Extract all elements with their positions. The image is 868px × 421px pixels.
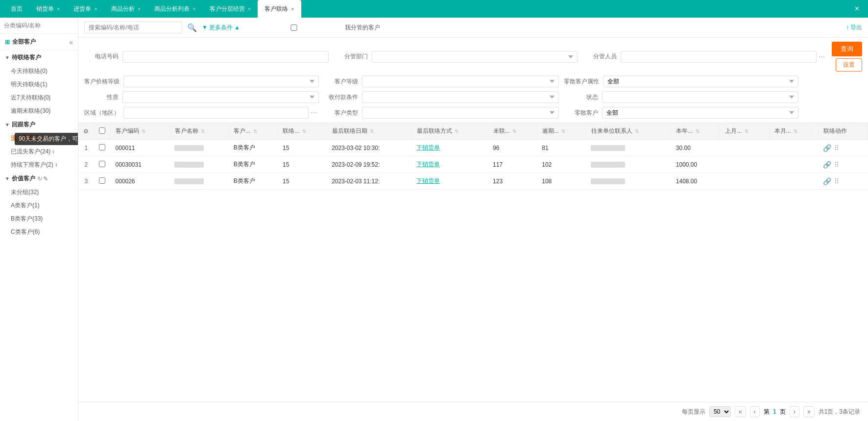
th-overdue[interactable]: 逾期... ⇅ bbox=[537, 123, 586, 140]
th-checkbox[interactable] bbox=[94, 123, 111, 140]
th-unit-contact[interactable]: 往来单位联系人 ⇅ bbox=[586, 123, 671, 140]
tab-customer-tier-close[interactable]: × bbox=[248, 6, 251, 12]
search-input[interactable] bbox=[84, 22, 182, 33]
row-this-month bbox=[769, 156, 818, 173]
th-settings[interactable]: ⚙ bbox=[78, 123, 94, 140]
tab-analysis-list-close[interactable]: × bbox=[193, 6, 195, 12]
phone-input[interactable] bbox=[122, 51, 329, 63]
th-last-month[interactable]: 上月... ⇅ bbox=[720, 123, 769, 140]
row-checkbox[interactable] bbox=[99, 161, 105, 167]
row-checkbox-cell[interactable] bbox=[94, 156, 111, 173]
tab-analysis[interactable]: 商品分析 × bbox=[104, 0, 147, 18]
next-page-btn[interactable]: › bbox=[790, 406, 799, 417]
settings-button[interactable]: 设置 bbox=[836, 58, 862, 72]
sidebar-item-class-a[interactable]: A类客户(1) bbox=[0, 199, 78, 212]
my-customers-checkbox[interactable] bbox=[245, 25, 343, 31]
th-not-contacted[interactable]: 未联... ⇅ bbox=[488, 123, 537, 140]
sidebar-item-today[interactable]: 今天待联络(0) bbox=[0, 65, 78, 78]
sidebar-group-followup[interactable]: ▼ 回跟客户 bbox=[0, 118, 78, 132]
query-button[interactable]: 查询 bbox=[832, 42, 862, 56]
row-action-more-icon[interactable]: ⠿ bbox=[834, 144, 839, 152]
row-action-contact-icon[interactable]: 🔗 bbox=[823, 177, 831, 185]
row-overdue: 102 bbox=[537, 156, 586, 173]
sidebar-item-ungrouped[interactable]: 未分组(32) bbox=[0, 186, 78, 199]
status-select[interactable] bbox=[602, 91, 798, 103]
th-type[interactable]: 客户... ⇅ bbox=[229, 123, 278, 140]
value-group-edit-icon[interactable]: ✎ bbox=[43, 175, 48, 182]
row-this-year: 30.00 bbox=[671, 140, 720, 156]
table-settings-icon[interactable]: ⚙ bbox=[83, 128, 89, 135]
tab-sales-close[interactable]: × bbox=[57, 6, 60, 12]
zero-customer-select[interactable]: 全部 bbox=[602, 107, 798, 119]
tab-analysis-close[interactable]: × bbox=[138, 6, 141, 12]
row-contact-method-link[interactable]: 下销货单 bbox=[416, 144, 440, 151]
sidebar-item-tomorrow[interactable]: 明天待联络(1) bbox=[0, 78, 78, 91]
payment-select[interactable] bbox=[362, 91, 558, 103]
tab-analysis-list[interactable]: 商品分析列表 × bbox=[147, 0, 202, 18]
sidebar-item-overdue[interactable]: 逾期未联络(30) bbox=[0, 104, 78, 118]
tab-purchase[interactable]: 进货单 × bbox=[67, 0, 104, 18]
region-more-btn[interactable]: ··· bbox=[309, 108, 319, 117]
export-btn[interactable]: ↑ 导出 bbox=[846, 24, 862, 32]
row-checkbox[interactable] bbox=[99, 177, 105, 184]
search-icon[interactable]: 🔍 bbox=[187, 23, 197, 32]
all-customers-label: 全部客户 bbox=[12, 38, 36, 46]
row-contact-method-link[interactable]: 下销货单 bbox=[416, 177, 440, 184]
th-this-year[interactable]: 本年... ⇅ bbox=[671, 123, 720, 140]
sidebar-item-class-c[interactable]: C类客户(6) bbox=[0, 225, 78, 239]
dept-select[interactable] bbox=[372, 51, 578, 63]
first-page-btn[interactable]: « bbox=[735, 406, 746, 417]
th-last-contact-method[interactable]: 最后联络方式 ⇅ bbox=[411, 123, 488, 140]
last-page-btn[interactable]: » bbox=[803, 406, 815, 417]
sidebar-group-value[interactable]: ▼ 价值客户 ↻ ✎ bbox=[0, 172, 78, 186]
row-checkbox-cell[interactable] bbox=[94, 173, 111, 190]
tab-purchase-close[interactable]: × bbox=[94, 6, 97, 12]
sidebar-item-7days[interactable]: 近7天待联络(0) bbox=[0, 91, 78, 104]
row-action-more-icon[interactable]: ⠿ bbox=[834, 161, 839, 169]
sidebar-group-pending[interactable]: ▼ 待联络客户 bbox=[0, 50, 78, 65]
row-action-contact-icon[interactable]: 🔗 bbox=[823, 144, 831, 152]
th-contact[interactable]: 联络... ⇅ bbox=[278, 123, 327, 140]
prev-page-btn[interactable]: ‹ bbox=[750, 406, 760, 417]
sidebar-item-class-b[interactable]: B类客户(33) bbox=[0, 212, 78, 225]
row-checkbox-cell[interactable] bbox=[94, 140, 111, 156]
value-group-refresh-icon[interactable]: ↻ bbox=[37, 175, 42, 182]
zero-attr-select[interactable]: 全部 bbox=[603, 75, 798, 87]
sidebar-collapse-btn[interactable]: « bbox=[69, 38, 73, 46]
row-action-contact-icon[interactable]: 🔗 bbox=[823, 161, 831, 169]
page-size-select[interactable]: 50 bbox=[709, 406, 731, 417]
tab-customer-contact-close[interactable]: × bbox=[291, 6, 294, 12]
th-code[interactable]: 客户编码 ⇅ bbox=[111, 123, 170, 140]
tab-home[interactable]: 首页 bbox=[4, 0, 29, 18]
nature-select[interactable] bbox=[122, 91, 319, 103]
sidebar-search-input[interactable] bbox=[4, 22, 77, 29]
row-last-contact-method[interactable]: 下销货单 bbox=[411, 173, 488, 190]
row-checkbox[interactable] bbox=[99, 144, 105, 150]
sidebar-item-declining[interactable]: 持续下滑客户(2) ℹ bbox=[0, 158, 78, 172]
page-total: 共1页，3条记录 bbox=[819, 408, 860, 416]
customer-type-select[interactable] bbox=[362, 107, 558, 119]
row-last-contact-method[interactable]: 下销货单 bbox=[411, 140, 488, 156]
tab-customer-contact[interactable]: 客户联络 × bbox=[258, 0, 301, 18]
tab-customer-tier[interactable]: 客户分层经营 × bbox=[203, 0, 258, 18]
row-last-contact-method[interactable]: 下销货单 bbox=[411, 156, 488, 173]
tab-sales[interactable]: 销货单 × bbox=[29, 0, 67, 18]
group-value-arrow: ▼ bbox=[5, 176, 10, 181]
region-input[interactable] bbox=[123, 107, 309, 119]
row-action-more-icon[interactable]: ⠿ bbox=[834, 177, 839, 185]
manager-input[interactable] bbox=[621, 51, 816, 63]
more-conditions-btn[interactable]: ▼ 更多条件 ▲ bbox=[202, 24, 240, 32]
sidebar-all-customers[interactable]: ⊞ 全部客户 « bbox=[0, 34, 78, 50]
select-all-checkbox[interactable] bbox=[99, 127, 105, 134]
customer-level-select[interactable] bbox=[362, 75, 558, 87]
row-contact-method-link[interactable]: 下销货单 bbox=[416, 161, 440, 168]
window-close-btn[interactable]: × bbox=[850, 4, 864, 13]
sidebar-item-churned[interactable]: 已流失客户(24) ℹ bbox=[0, 145, 78, 158]
th-last-contact-date[interactable]: 最后联络日期 ⇅ bbox=[327, 123, 411, 140]
my-customers-checkbox-area[interactable]: 我分管的客户 bbox=[245, 24, 380, 32]
manager-more-btn[interactable]: ··· bbox=[817, 52, 827, 61]
price-level-select[interactable] bbox=[123, 75, 319, 87]
th-this-month[interactable]: 本月... ⇅ bbox=[769, 123, 818, 140]
current-page: 1 bbox=[771, 408, 778, 415]
th-name[interactable]: 客户名称 ⇅ bbox=[169, 123, 229, 140]
